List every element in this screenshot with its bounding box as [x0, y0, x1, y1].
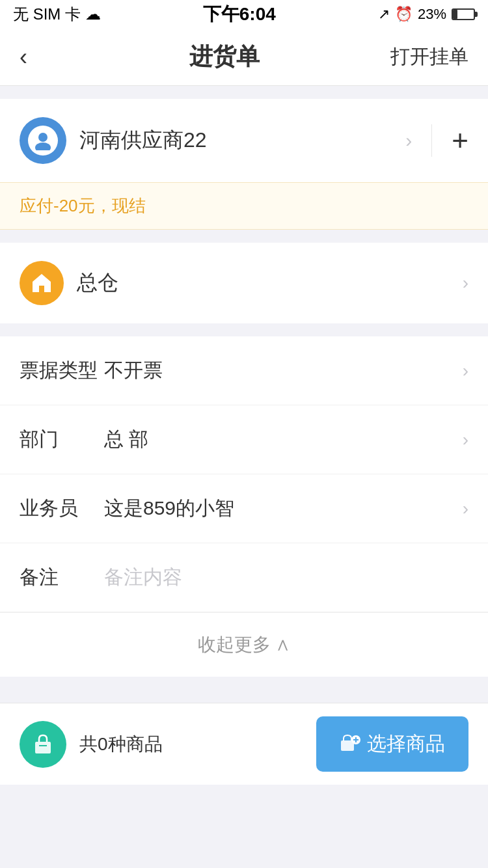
- select-goods-button[interactable]: 选择商品: [316, 716, 468, 772]
- avatar-inner: [28, 126, 58, 156]
- nav-bar: ‹ 进货单 打开挂单: [0, 29, 488, 86]
- status-bar: 无 SIM 卡 ☁ 下午6:04 ↗ ⏰ 23%: [0, 0, 488, 29]
- alarm-icon: ⏰: [395, 6, 413, 23]
- remark-row[interactable]: 备注 备注内容: [0, 543, 488, 612]
- battery-icon: [452, 8, 475, 20]
- collapse-button[interactable]: 收起更多 ∧: [0, 612, 488, 677]
- select-goods-label: 选择商品: [367, 731, 445, 757]
- section-divider-1: [0, 86, 488, 99]
- warehouse-arrow-icon: ›: [463, 273, 468, 293]
- add-supplier-button[interactable]: +: [452, 126, 468, 155]
- warehouse-icon: [20, 261, 64, 305]
- remark-placeholder: 备注内容: [104, 564, 468, 591]
- section-divider-4: [0, 677, 488, 690]
- shopping-bag-icon: [30, 731, 56, 757]
- person-icon: [33, 131, 53, 150]
- warehouse-name: 总仓: [77, 269, 463, 297]
- invoice-type-label: 票据类型: [20, 357, 104, 384]
- warehouse-row[interactable]: 总仓 ›: [0, 243, 488, 323]
- supplier-section: 河南供应商22 › + 应付-20元，现结: [0, 99, 488, 230]
- remark-label: 备注: [20, 564, 104, 591]
- page-title: 进货单: [189, 41, 260, 73]
- department-row[interactable]: 部门 总 部 ›: [0, 405, 488, 474]
- invoice-type-arrow-icon: ›: [463, 360, 468, 381]
- warehouse-section[interactable]: 总仓 ›: [0, 243, 488, 323]
- section-divider-3: [0, 323, 488, 336]
- notice-bar: 应付-20元，现结: [0, 182, 488, 230]
- cart-icon-circle: [20, 721, 66, 768]
- status-right: ↗ ⏰ 23%: [378, 6, 475, 23]
- invoice-type-value: 不开票: [104, 357, 463, 384]
- svg-point-1: [35, 142, 51, 150]
- svg-rect-3: [35, 742, 51, 753]
- vertical-divider: [431, 124, 432, 157]
- svg-marker-2: [33, 274, 51, 292]
- department-value: 总 部: [104, 426, 463, 453]
- svg-point-0: [38, 133, 47, 142]
- back-button[interactable]: ‹: [20, 44, 59, 71]
- supplier-arrow-icon: ›: [405, 129, 412, 152]
- department-label: 部门: [20, 426, 104, 453]
- supplier-avatar: [20, 117, 66, 164]
- department-arrow-icon: ›: [463, 429, 468, 450]
- salesperson-value: 这是859的小智: [104, 495, 463, 522]
- bottom-bar: 共0种商品 选择商品: [0, 703, 488, 785]
- section-divider-2: [0, 230, 488, 243]
- status-left: 无 SIM 卡 ☁: [13, 4, 101, 25]
- location-icon: ↗: [378, 6, 390, 23]
- salesperson-arrow-icon: ›: [463, 498, 468, 519]
- invoice-type-row[interactable]: 票据类型 不开票 ›: [0, 336, 488, 405]
- signal-text: 无 SIM 卡 ☁: [13, 4, 101, 25]
- form-section: 票据类型 不开票 › 部门 总 部 › 业务员 这是859的小智 › 备注 备注…: [0, 336, 488, 677]
- home-icon: [30, 271, 53, 295]
- supplier-row[interactable]: 河南供应商22 › +: [0, 99, 488, 182]
- page-background: [0, 785, 488, 868]
- battery-text: 23%: [418, 6, 446, 23]
- add-cart-icon: [340, 734, 360, 755]
- status-time: 下午6:04: [203, 2, 276, 27]
- supplier-name: 河南供应商22: [79, 126, 405, 155]
- salesperson-label: 业务员: [20, 495, 104, 522]
- salesperson-row[interactable]: 业务员 这是859的小智 ›: [0, 474, 488, 543]
- goods-count-text: 共0种商品: [79, 732, 316, 757]
- open-pending-button[interactable]: 打开挂单: [390, 44, 468, 70]
